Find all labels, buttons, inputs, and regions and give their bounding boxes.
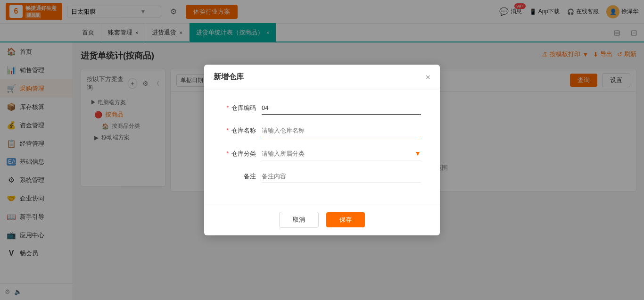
remark-input[interactable] <box>262 170 421 183</box>
modal-body: * 仓库编码 * 仓库名称 * 仓库分类 <box>204 90 440 204</box>
required-mark-category: * <box>226 150 229 157</box>
form-label-remark: 备注 <box>223 172 256 181</box>
category-select[interactable]: ▼ <box>262 147 421 160</box>
warehouse-name-input[interactable] <box>262 124 421 137</box>
save-button[interactable]: 保存 <box>326 212 365 227</box>
modal-overlay[interactable]: 新增仓库 × * 仓库编码 * 仓库名称 <box>0 0 644 300</box>
modal-title: 新增仓库 <box>214 72 244 82</box>
modal-close-button[interactable]: × <box>425 73 430 82</box>
form-label-code: * 仓库编码 <box>223 104 256 112</box>
warehouse-code-input[interactable] <box>262 101 421 115</box>
required-mark-code: * <box>226 104 229 111</box>
modal-footer: 取消 保存 <box>204 204 440 235</box>
required-mark-name: * <box>226 127 229 134</box>
form-label-name: * 仓库名称 <box>223 126 256 135</box>
form-label-category: * 仓库分类 <box>223 150 256 158</box>
cancel-button[interactable]: 取消 <box>279 212 319 228</box>
modal-header: 新增仓库 × <box>204 65 440 90</box>
form-row-category: * 仓库分类 ▼ <box>223 147 421 160</box>
category-input[interactable] <box>262 150 414 157</box>
form-row-code: * 仓库编码 <box>223 101 421 115</box>
form-row-remark: 备注 <box>223 170 421 183</box>
category-arrow: ▼ <box>414 150 421 157</box>
form-row-name: * 仓库名称 <box>223 124 421 137</box>
new-warehouse-modal: 新增仓库 × * 仓库编码 * 仓库名称 <box>204 65 440 235</box>
